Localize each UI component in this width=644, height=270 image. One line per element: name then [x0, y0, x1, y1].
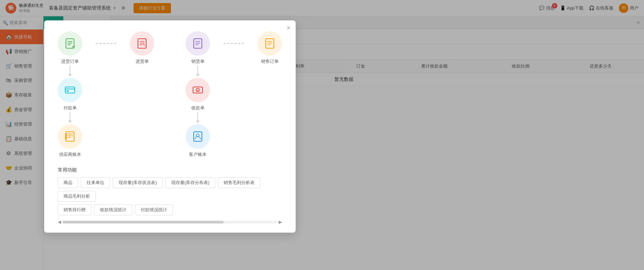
svg-rect-25 — [266, 39, 274, 48]
purchase-order-icon — [58, 31, 82, 56]
arrow-down-3 — [68, 112, 72, 123]
func-row-1: 商品 往来单位 现存量(库存状况表) 现存量(库存分布表) 销售毛利分析表 商品… — [58, 177, 282, 202]
scroll-right-icon[interactable]: ▶ — [279, 219, 282, 224]
svg-point-24 — [196, 134, 199, 137]
receipt-icon: ¥ — [186, 78, 210, 102]
quick-nav-modal: × 进货订单 — [44, 20, 296, 233]
svg-rect-6 — [67, 90, 69, 92]
svg-rect-11 — [65, 133, 67, 140]
svg-rect-4 — [65, 87, 75, 93]
flow-node-sale-bill[interactable]: 销货单 — [186, 31, 210, 65]
func-btn-sales-profit[interactable]: 销售毛利分析表 — [218, 177, 260, 188]
flow-col-left: 进货订单 付款单 — [58, 31, 82, 158]
scroll-left-icon[interactable]: ◀ — [58, 219, 61, 224]
supplier-ledger-label: 供应商账本 — [59, 151, 81, 158]
sale-order-label: 销售订单 — [261, 58, 279, 65]
flow-node-receipt[interactable]: ¥ 收款单 — [186, 78, 210, 111]
flow-node-purchase-bill[interactable]: 进货单 — [130, 31, 154, 65]
arrow-down-1 — [68, 66, 72, 76]
func-btn-receipt-stat[interactable]: 收款情况统计 — [94, 204, 132, 215]
flow-node-payment[interactable]: 付款单 — [58, 78, 82, 111]
flow-node-supplier-ledger[interactable]: 供应商账本 — [58, 124, 82, 158]
sale-bill-label: 销货单 — [191, 58, 205, 65]
sale-bill-icon — [186, 31, 210, 56]
supplier-ledger-icon — [58, 124, 82, 149]
scroll-thumb — [63, 221, 224, 223]
flow-diagram: 进货订单 付款单 — [58, 31, 282, 158]
customer-ledger-icon — [186, 124, 210, 149]
svg-rect-12 — [138, 39, 146, 48]
func-btn-goods[interactable]: 商品 — [58, 177, 78, 188]
common-funcs-section: 常用功能 商品 往来单位 现存量(库存状况表) 现存量(库存分布表) 销售毛利分… — [58, 167, 282, 215]
svg-rect-16 — [194, 39, 202, 48]
purchase-order-label: 进货订单 — [61, 58, 79, 65]
customer-ledger-label: 客户账本 — [189, 151, 207, 158]
flow-node-sale-order[interactable]: 销售订单 — [258, 31, 282, 65]
func-btn-partners[interactable]: 往来单位 — [81, 177, 110, 188]
func-btn-stock-status[interactable]: 现存量(库存状况表) — [113, 177, 163, 188]
func-row-2: 销售排行榜 收款情况统计 付款情况统计 — [58, 204, 282, 215]
flow-node-purchase-order[interactable]: 进货订单 — [58, 31, 82, 65]
svg-rect-7 — [66, 132, 74, 141]
modal-overlay[interactable]: × 进货订单 — [0, 0, 644, 270]
arrow-down-5 — [196, 112, 199, 123]
scroll-track[interactable] — [63, 221, 277, 223]
sale-order-icon — [258, 31, 282, 56]
purchase-bill-label: 进货单 — [136, 58, 149, 65]
purchase-bill-icon — [130, 31, 154, 56]
flow-col-far-right: 销售订单 — [258, 31, 282, 65]
payment-icon — [58, 78, 82, 102]
modal-scrollbar: ◀ ▶ — [58, 219, 282, 224]
func-btn-payment-stat[interactable]: 付款情况统计 — [135, 204, 173, 215]
flow-node-customer-ledger[interactable]: 客户账本 — [186, 124, 210, 158]
flow-arrow-h2 — [224, 31, 244, 44]
svg-text:¥: ¥ — [196, 89, 199, 92]
arrow-down-4 — [196, 66, 199, 76]
payment-label: 付款单 — [64, 105, 77, 111]
flow-col-right-left: 销货单 ¥ 收款单 — [186, 31, 210, 158]
receipt-label: 收款单 — [191, 105, 205, 111]
flow-arrow-h1 — [96, 31, 116, 44]
func-btn-stock-dist[interactable]: 现存量(库存分布表) — [166, 177, 215, 188]
func-btn-sales-rank[interactable]: 销售排行榜 — [58, 204, 91, 215]
flow-col-mid-left: 进货单 — [130, 31, 154, 65]
common-funcs-title: 常用功能 — [58, 167, 282, 173]
func-btn-goods-profit[interactable]: 商品毛利分析 — [58, 191, 96, 202]
modal-close-button[interactable]: × — [286, 24, 290, 32]
